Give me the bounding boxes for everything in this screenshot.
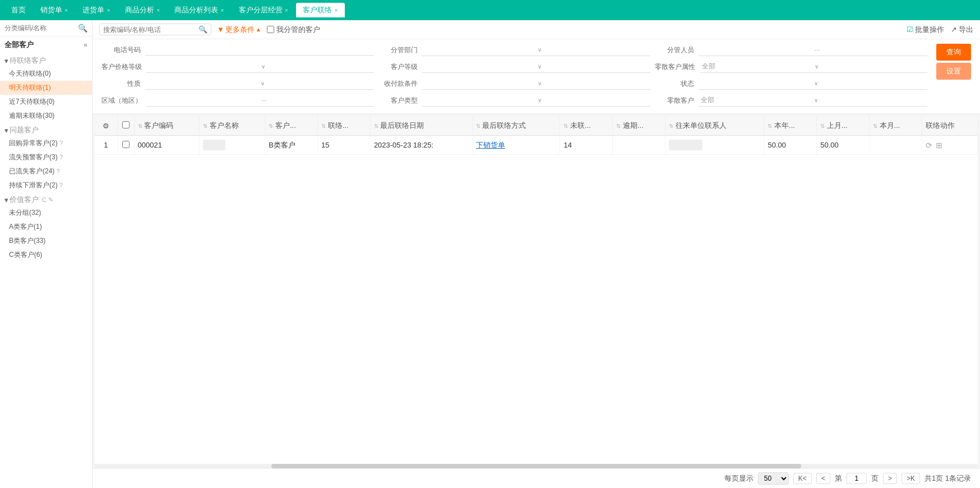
- filter-retail-attr: 零散客户属性 全部 ∨: [655, 61, 927, 73]
- row-check[interactable]: [117, 136, 134, 155]
- page-number-input[interactable]: [847, 473, 867, 484]
- page-unit: 页: [871, 473, 879, 484]
- retail-attr-select[interactable]: 全部 ∨: [700, 61, 927, 73]
- sidebar-item-class-b[interactable]: B类客户(33): [0, 234, 92, 248]
- person-select[interactable]: ···: [699, 44, 927, 56]
- nav-home[interactable]: 首页: [4, 3, 33, 17]
- close-icon[interactable]: ×: [220, 7, 224, 13]
- customer-type-select[interactable]: ∨: [422, 94, 651, 107]
- region-select[interactable]: ···: [146, 94, 374, 107]
- customer-table: ⚙ ⇅ 客户编码 ⇅ 客户名称 ⇅ 客户... ⇅ 联络... ⇅ 最后联络日期…: [95, 116, 978, 155]
- sidebar-item-overdue[interactable]: 逾期未联络(30): [0, 109, 92, 123]
- filter-person: 分管人员 ···: [655, 44, 927, 56]
- nav-purchase-order[interactable]: 进货单 ×: [76, 3, 117, 17]
- horizontal-scrollbar[interactable]: [95, 464, 978, 468]
- sidebar-item-repurchase-abnormal[interactable]: 回购异常客户(2) ?: [0, 136, 92, 150]
- col-contact-count[interactable]: ⇅ 联络...: [318, 116, 371, 136]
- close-icon[interactable]: ×: [64, 7, 68, 13]
- prev-page-btn[interactable]: <: [816, 473, 830, 484]
- status-select[interactable]: ∨: [699, 77, 927, 90]
- filter-row-1: 电话号码 分管部门 ∨ 分管人员: [101, 44, 927, 56]
- col-uncontacted[interactable]: ⇅ 未联...: [560, 116, 613, 136]
- per-page-select[interactable]: 50 20 100: [758, 472, 789, 485]
- sidebar-item-tomorrow[interactable]: 明天待联络(1): [0, 81, 92, 95]
- action-cell: ⟳ ⊞: [922, 136, 977, 155]
- content-area: 🔍 ▼ 更多条件 ▲ 我分管的客户 ☑ 批量操作 ↗ 导出: [93, 20, 980, 488]
- search-icon[interactable]: 🔍: [198, 25, 207, 34]
- filter-panel: 电话号码 分管部门 ∨ 分管人员: [93, 39, 980, 114]
- filter-row-4: 区域（地区） ··· 客户类型 ∨: [101, 94, 927, 107]
- last-page-btn[interactable]: >K: [902, 473, 920, 484]
- col-overdue[interactable]: ⇅ 逾期...: [613, 116, 665, 136]
- customer-level-select[interactable]: ∨: [422, 61, 651, 73]
- sidebar-search-input[interactable]: [4, 24, 76, 32]
- sidebar-all-customers[interactable]: 全部客户 «: [0, 36, 92, 53]
- col-gear[interactable]: ⚙: [95, 116, 117, 136]
- collapse-icon[interactable]: «: [84, 41, 87, 49]
- col-year-amount[interactable]: ⇅ 本年...: [764, 116, 817, 136]
- retail-customer-select[interactable]: 全部 ∨: [699, 94, 927, 107]
- filter-row-3: 性质 ∨ 收付款条件 ∨: [101, 77, 927, 90]
- sidebar-item-today[interactable]: 今天待联络(0): [0, 67, 92, 81]
- col-contact-person[interactable]: ⇅ 往来单位联系人: [665, 116, 764, 136]
- last-method-cell[interactable]: 下销货单: [472, 136, 560, 155]
- sidebar-item-ungrouped[interactable]: 未分组(32): [0, 206, 92, 220]
- filter-payment: 收付款条件 ∨: [378, 77, 651, 90]
- sidebar-group-pending: ▾ 待联络客户: [0, 53, 92, 67]
- sidebar-item-class-c[interactable]: C类客户(6): [0, 248, 92, 262]
- col-last-date[interactable]: ⇅ 最后联络日期: [370, 116, 472, 136]
- close-icon[interactable]: ×: [285, 7, 288, 13]
- nature-select[interactable]: ∨: [145, 77, 374, 90]
- close-icon[interactable]: ×: [156, 7, 160, 13]
- col-this-month[interactable]: ⇅ 本月...: [869, 116, 922, 136]
- grid-icon[interactable]: ⊞: [936, 141, 942, 150]
- bulk-op-btn[interactable]: ☑ 批量操作: [907, 25, 944, 35]
- dept-select[interactable]: ∨: [422, 44, 651, 56]
- sidebar-item-class-a[interactable]: A类客户(1): [0, 220, 92, 234]
- row-num: 1: [95, 136, 117, 155]
- col-customer-code[interactable]: ⇅ 客户编码: [134, 116, 200, 136]
- more-conditions-btn[interactable]: ▼ 更多条件 ▲: [217, 25, 261, 35]
- price-level-select[interactable]: ∨: [146, 61, 374, 73]
- next-page-btn[interactable]: >: [883, 473, 897, 484]
- col-action: 联络动作: [922, 116, 977, 136]
- main-search-box: 🔍: [99, 24, 211, 35]
- select-all-checkbox[interactable]: [122, 121, 130, 128]
- col-check[interactable]: [117, 116, 134, 136]
- filter-nature: 性质 ∨: [101, 77, 374, 90]
- table-area: ⚙ ⇅ 客户编码 ⇅ 客户名称 ⇅ 客户... ⇅ 联络... ⇅ 最后联络日期…: [95, 116, 978, 464]
- my-customers-checkbox[interactable]: [267, 26, 274, 33]
- nav-sales-order[interactable]: 销货单 ×: [34, 3, 75, 17]
- close-icon[interactable]: ×: [334, 7, 338, 13]
- first-page-btn[interactable]: K<: [793, 473, 812, 484]
- nav-product-analysis-list[interactable]: 商品分析列表 ×: [168, 3, 230, 17]
- filter-dept: 分管部门 ∨: [378, 44, 651, 56]
- sidebar-item-7days[interactable]: 近7天待联络(0): [0, 95, 92, 109]
- payment-select[interactable]: ∨: [422, 77, 651, 90]
- scrollbar-thumb[interactable]: [271, 464, 801, 468]
- col-last-method[interactable]: ⇅ 最后联络方式: [472, 116, 560, 136]
- uncontacted-cell: 14: [560, 136, 613, 155]
- search-icon[interactable]: 🔍: [78, 24, 87, 33]
- col-last-month[interactable]: ⇅ 上月...: [817, 116, 870, 136]
- main-search-input[interactable]: [103, 26, 196, 34]
- sidebar: 🔍 全部客户 « ▾ 待联络客户 今天待联络(0) 明天待联络(1) 近7天待联…: [0, 20, 93, 488]
- nav-customer-contact[interactable]: 客户联络 ×: [296, 3, 344, 17]
- set-btn[interactable]: 设置: [936, 63, 971, 80]
- sidebar-item-churned[interactable]: 已流失客户(24) ?: [0, 164, 92, 178]
- my-customers-check[interactable]: 我分管的客户: [267, 25, 320, 35]
- footer-bar: 每页显示 50 20 100 K< < 第 页 > >K 共1页 1条记录: [93, 468, 980, 488]
- phone-input[interactable]: [145, 45, 374, 56]
- close-icon[interactable]: ×: [107, 7, 110, 13]
- filter-action-buttons: 查询 设置: [932, 44, 971, 111]
- col-customer-name[interactable]: ⇅ 客户名称: [200, 116, 265, 136]
- sidebar-item-churn-warning[interactable]: 流失预警客户(3) ?: [0, 150, 92, 164]
- query-btn[interactable]: 查询: [936, 44, 971, 61]
- refresh-icon[interactable]: ⟳: [926, 141, 932, 150]
- nav-product-analysis[interactable]: 商品分析 ×: [118, 3, 167, 17]
- nav-customer-tier[interactable]: 客户分层经营 ×: [232, 3, 295, 17]
- sidebar-item-declining[interactable]: 持续下滑客户(2) ?: [0, 178, 92, 192]
- year-amount-cell: 50.00: [764, 136, 817, 155]
- col-customer-type[interactable]: ⇅ 客户...: [265, 116, 318, 136]
- export-btn[interactable]: ↗ 导出: [951, 25, 973, 35]
